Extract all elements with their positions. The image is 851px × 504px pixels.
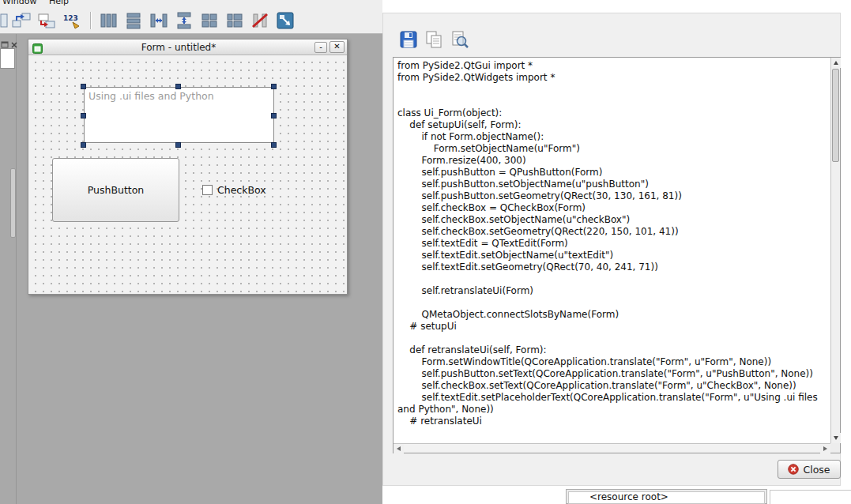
selection-handle-top-right[interactable] (271, 84, 277, 89)
dock-close-icon[interactable] (10, 37, 18, 45)
form-window-title: Form - untitled* (43, 42, 314, 53)
designer-form-icon (32, 42, 43, 52)
dock-scrollbar-thumb[interactable] (10, 168, 16, 238)
designer-form-window: Form - untitled* - ✕ Using .ui files and… (28, 39, 348, 295)
selection-handle-bottom-right[interactable] (271, 142, 277, 148)
find-icon[interactable] (450, 30, 470, 54)
horizontal-scrollbar[interactable] (393, 443, 830, 453)
form-canvas[interactable]: Using .ui files and Python PushButton Ch… (28, 55, 347, 294)
main-toolbar: Window Help (0, 0, 382, 34)
edit-widgets-icon[interactable] (0, 10, 8, 31)
pushbutton-widget[interactable]: PushButton (52, 158, 179, 222)
code-area: from PySide2.QtGui import * from PySide2… (393, 57, 841, 453)
vertical-scrollbar-thumb[interactable] (832, 69, 839, 162)
toolbar-separator (90, 12, 92, 29)
close-button[interactable]: Close (778, 460, 841, 479)
adjust-size-icon[interactable] (275, 10, 296, 31)
tab-order-123: 123 (63, 14, 78, 22)
break-layout-icon[interactable] (250, 10, 270, 31)
screen: Window Help (0, 0, 851, 504)
menu-window[interactable]: Window (2, 0, 36, 6)
arrow-down-icon (834, 436, 838, 440)
vertical-scrollbar[interactable] (830, 58, 840, 443)
scroll-down-button[interactable] (831, 433, 841, 443)
selection-handle-mid-right[interactable] (271, 113, 277, 118)
copy-icon[interactable] (424, 30, 443, 52)
layout-horizontal-splitter-icon[interactable] (149, 10, 169, 31)
scroll-up-button[interactable] (831, 58, 841, 68)
close-button-label: Close (803, 464, 830, 476)
selection-handle-top-center[interactable] (175, 84, 181, 89)
toolbar-row: 123 (0, 9, 300, 32)
layout-vertical-icon[interactable] (123, 10, 144, 31)
save-icon[interactable] (400, 31, 417, 51)
code-preview-dialog: from PySide2.QtGui import * from PySide2… (382, 13, 841, 486)
layout-grid-icon[interactable] (199, 10, 220, 31)
edit-signals-slots-icon[interactable] (11, 10, 32, 31)
arrow-left-icon (397, 446, 401, 451)
menu-help[interactable]: Help (49, 0, 69, 6)
selection-handle-mid-left[interactable] (81, 113, 86, 118)
edit-tab-order-icon[interactable]: 123 (62, 10, 82, 31)
code-text[interactable]: from PySide2.QtGui import * from PySide2… (394, 58, 830, 442)
textedit-widget[interactable]: Using .ui files and Python (84, 87, 274, 143)
widget-box-filter-input[interactable] (0, 48, 15, 69)
textedit-placeholder: Using .ui files and Python (88, 90, 214, 102)
close-window-button[interactable]: ✕ (329, 41, 345, 53)
arrow-right-icon (823, 446, 827, 451)
dock-float-button[interactable] (1, 37, 9, 45)
scroll-right-button[interactable] (820, 444, 830, 453)
selection-handle-bottom-left[interactable] (81, 142, 86, 148)
resource-root-item[interactable]: <resource root> (568, 491, 765, 504)
scrollbar-corner (830, 443, 840, 453)
checkbox-label: CheckBox (217, 184, 266, 196)
resource-browser-panel: <resource root> (566, 489, 767, 504)
checkbox-widget[interactable]: CheckBox (202, 174, 282, 206)
layout-horizontal-icon[interactable] (98, 10, 119, 31)
layout-vertical-splitter-icon[interactable] (174, 10, 194, 31)
form-window-titlebar[interactable]: Form - untitled* - ✕ (28, 39, 347, 55)
arrow-up-icon (834, 61, 838, 65)
selection-handle-bottom-center[interactable] (175, 142, 181, 148)
selection-handle-top-left[interactable] (81, 84, 86, 89)
layout-form-icon[interactable] (224, 10, 245, 31)
edit-buddies-icon[interactable] (36, 10, 57, 31)
dock-edge (16, 34, 17, 504)
close-circle-icon (788, 464, 799, 475)
checkbox-indicator (202, 185, 213, 195)
minimize-button[interactable]: - (314, 42, 327, 53)
scroll-left-button[interactable] (393, 444, 404, 453)
bottom-right-panel (770, 490, 851, 504)
